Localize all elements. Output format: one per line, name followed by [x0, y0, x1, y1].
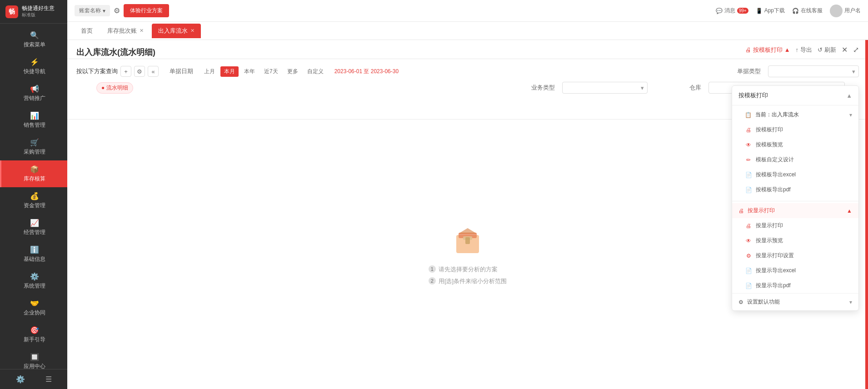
app-download-btn[interactable]: 📱 App下载	[756, 7, 785, 15]
tab-close-active-icon[interactable]: ✕	[190, 28, 195, 34]
template-excel-icon: 📄	[745, 171, 752, 179]
topbar-account[interactable]: 账套名称 ▾	[75, 5, 110, 16]
topbar-right: 💬 消息 99+ 📱 App下载 🎧 在线客服 用户名	[716, 5, 861, 17]
date-btn-this-month[interactable]: 本月	[220, 66, 239, 77]
tab-close-icon[interactable]: ✕	[140, 28, 144, 34]
settings-default-icon: ⚙	[738, 299, 743, 305]
sidebar-item-guide[interactable]: 🎯 新手引导	[0, 321, 67, 348]
display-excel-icon: 📄	[745, 267, 752, 274]
export-icon: ↑	[796, 46, 799, 53]
finance-icon: 💰	[30, 192, 39, 200]
display-print-section-icon: 🖨	[738, 208, 744, 214]
tab-home[interactable]: 首页	[75, 24, 99, 38]
date-options: 上月 本月 本年 近7天 更多 自定义	[200, 66, 327, 77]
sidebar-nav: 🔍 搜索菜单 ⚡ 快捷导航 📢 营销推广 📊 销售管理 🛒 采购管理 📦 库存核…	[0, 24, 67, 369]
sidebar-item-apps[interactable]: 🔲 应用中心	[0, 348, 67, 369]
sidebar-item-operations[interactable]: 📈 经营管理	[0, 214, 67, 241]
sidebar-item-sales[interactable]: 📊 销售管理	[0, 107, 67, 134]
date-btn-custom[interactable]: 自定义	[304, 66, 327, 77]
dropdown-header: 按模板打印 ▲	[732, 86, 858, 105]
sidebar-item-basic[interactable]: ℹ️ 基础信息	[0, 241, 67, 268]
display-print-icon: 🖨	[745, 222, 752, 229]
logo-text: 畅捷通好生意 标准版	[22, 5, 55, 19]
page-close-btn[interactable]: ✕	[842, 45, 848, 54]
user-account[interactable]: 用户名	[830, 5, 861, 17]
sidebar-item-shortcut[interactable]: ⚡ 快捷导航	[0, 53, 67, 80]
dropdown-item-display-pdf[interactable]: 📄 按显示导出pdf	[732, 278, 858, 293]
empty-tips: 1 请先选择要分析的方案 2 用[选]条件来缩小分析范围	[429, 265, 507, 285]
print-chevron-up-icon: ▲	[784, 46, 790, 53]
notice-icon: 💬	[716, 8, 723, 14]
date-btn-more[interactable]: 更多	[284, 66, 302, 77]
dropdown-item-template-print[interactable]: 🖨 按模板打印	[732, 122, 858, 137]
filter-add-btn[interactable]: +	[120, 66, 131, 77]
footer-chevron-icon: ▾	[849, 299, 852, 305]
type-select[interactable]	[768, 65, 859, 77]
date-btn-last-month[interactable]: 上月	[200, 66, 219, 77]
sidebar-item-marketing[interactable]: 📢 营销推广	[0, 80, 67, 107]
date-btn-7days[interactable]: 近7天	[260, 66, 282, 77]
dropdown-item-template-pdf[interactable]: 📄 按模板导出pdf	[732, 182, 858, 197]
tab-inventory-batch[interactable]: 库存批次账 ✕	[101, 24, 150, 38]
filter-settings-icon-btn[interactable]: ⚙	[134, 66, 145, 77]
sidebar-item-purchase[interactable]: 🛒 采购管理	[0, 134, 67, 160]
date-label: 单据日期	[170, 67, 193, 75]
topbar-gear-icon[interactable]: ⚙	[114, 6, 120, 15]
dropdown-panel: 按模板打印 ▲ 📋 当前：出入库流水 ▾ 🖨 按模板打印 👁 按模板预览	[732, 85, 859, 311]
type-select-wrap: ▾	[768, 65, 859, 77]
flow-detail-tag[interactable]: ● 流水明细	[96, 82, 133, 94]
section2-chevron-icon: ▲	[847, 208, 852, 214]
main-area: 账套名称 ▾ ⚙ 体验行业方案 💬 消息 99+ 📱 App下载 🎧 在线客服	[67, 0, 868, 389]
resize-handle[interactable]	[865, 40, 868, 389]
page-header: 出入库流水(流水明细) 🖨 按模板打印 ▲ ↑ 导出 ↺ 刷新 ✕ ⤢	[67, 40, 868, 59]
dropdown-footer[interactable]: ⚙ 设置默认功能 ▾	[732, 293, 858, 310]
sidebar-item-system[interactable]: ⚙️ 系统管理	[0, 268, 67, 294]
sidebar-menu-btn[interactable]: ☰	[45, 375, 52, 384]
industry-btn[interactable]: 体验行业方案	[124, 4, 169, 17]
empty-tip-2: 2 用[选]条件来缩小分析范围	[429, 277, 507, 285]
page-expand-btn[interactable]: ⤢	[853, 45, 859, 54]
sidebar-item-inventory[interactable]: 📦 库存核算	[0, 160, 67, 187]
sidebar-item-search[interactable]: 🔍 搜索菜单	[0, 26, 67, 53]
date-btn-this-year[interactable]: 本年	[240, 66, 259, 77]
dropdown-item-display-settings[interactable]: ⚙ 按显示打印设置	[732, 248, 858, 263]
empty-tip-1: 1 请先选择要分析的方案	[429, 265, 507, 274]
purchase-icon: 🛒	[30, 138, 39, 147]
sidebar-item-finance[interactable]: 💰 资金管理	[0, 187, 67, 214]
refresh-btn[interactable]: ↺ 刷新	[818, 46, 836, 54]
guide-icon: 🎯	[30, 326, 39, 334]
dropdown-section2-header[interactable]: 🖨 按显示打印 ▲	[732, 203, 858, 218]
sidebar-item-cooperation[interactable]: 🤝 企业协同	[0, 294, 67, 321]
empty-icon	[449, 224, 486, 260]
filter-label-query: 按以下方案查询	[76, 67, 118, 75]
notice-btn[interactable]: 💬 消息 99+	[716, 7, 748, 15]
biz-label: 业务类型	[531, 84, 555, 92]
biz-input[interactable]	[562, 82, 648, 94]
date-range-text: 2023-06-01 至 2023-06-30	[334, 68, 399, 75]
dropdown-current-item[interactable]: 📋 当前：出入库流水 ▾	[732, 107, 858, 122]
dropdown-item-template-preview[interactable]: 👁 按模板预览	[732, 137, 858, 152]
page-actions: 🖨 按模板打印 ▲ ↑ 导出 ↺ 刷新 ✕ ⤢	[745, 45, 859, 59]
svg-marker-3	[459, 228, 477, 234]
online-service-btn[interactable]: 🎧 在线客服	[792, 7, 823, 15]
dropdown-item-template-excel[interactable]: 📄 按模板导出excel	[732, 167, 858, 182]
dropdown-item-display-excel[interactable]: 📄 按显示导出excel	[732, 263, 858, 278]
filter-collapse-btn[interactable]: «	[148, 66, 159, 77]
sidebar-settings-btn[interactable]: ⚙️	[16, 375, 25, 384]
print-template-btn[interactable]: 🖨 按模板打印 ▲	[745, 46, 790, 54]
filter-row-1: 按以下方案查询 + ⚙ « 单据日期 上月 本月 本年 近7天 更多 自定义 2…	[76, 65, 859, 77]
dropdown-item-template-custom[interactable]: ✏ 模板自定义设计	[732, 152, 858, 167]
dropdown-collapse-icon[interactable]: ▲	[846, 92, 852, 99]
type-label: 单据类型	[737, 67, 761, 75]
export-btn[interactable]: ↑ 导出	[796, 46, 813, 54]
marketing-icon: 📢	[30, 85, 39, 93]
dropdown-item-display-print[interactable]: 🖨 按显示打印	[732, 218, 858, 233]
display-preview-icon: 👁	[745, 237, 752, 244]
headset-icon: 🎧	[792, 8, 799, 14]
topbar-left: 账套名称 ▾ ⚙ 体验行业方案	[75, 4, 716, 17]
dropdown-item-display-preview[interactable]: 👁 按显示预览	[732, 233, 858, 248]
page-title: 出入库流水(流水明细)	[76, 47, 155, 58]
sales-icon: 📊	[30, 111, 39, 120]
tab-inout-flow[interactable]: 出入库流水 ✕	[152, 24, 201, 38]
current-chevron-icon: ▾	[849, 112, 852, 118]
